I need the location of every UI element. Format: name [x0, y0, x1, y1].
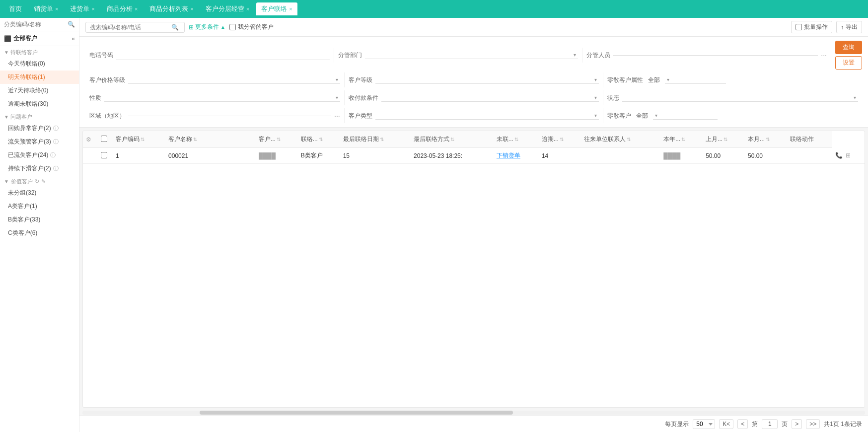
sidebar-search-area: 🔍	[0, 18, 79, 31]
nav-home[interactable]: 首页	[4, 2, 27, 15]
row-action: 📞 ⊞	[832, 148, 865, 164]
col-contact-person[interactable]: 往来单位联系人 ⇅	[581, 131, 661, 148]
sidebar-item-today[interactable]: 今天待联络(0)	[0, 57, 79, 71]
my-customers-checkbox[interactable]	[229, 24, 236, 30]
row-last-month: 50.00	[745, 148, 787, 164]
sidebar-item-repurchase-anomaly[interactable]: 回购异常客户(2) ⓘ	[0, 122, 79, 135]
nav-customer-tier[interactable]: 客户分层经营 ×	[201, 2, 254, 15]
phone-input[interactable]	[116, 51, 330, 60]
person-dots[interactable]: ···	[821, 51, 827, 59]
customer-type-select[interactable]: ▾	[375, 112, 599, 120]
dept-chevron: ▾	[574, 52, 576, 58]
per-page-select[interactable]: 50 10 20 100	[693, 419, 715, 429]
edit-icon[interactable]: ✎	[41, 178, 46, 185]
close-sales-tab[interactable]: ×	[55, 6, 58, 12]
nav-product-analysis[interactable]: 商品分析 ×	[102, 2, 143, 15]
next-page-btn[interactable]: >	[792, 419, 802, 429]
col-unlisted[interactable]: 未联... ⇅	[494, 131, 539, 148]
prev-page-btn[interactable]: <	[737, 419, 748, 429]
refresh-icon[interactable]: ↻	[35, 178, 39, 185]
row-this-month	[787, 148, 832, 164]
sidebar-item-churn-warning[interactable]: 流失预警客户(3) ⓘ	[0, 135, 79, 148]
nav-sales[interactable]: 销货单 ×	[29, 2, 63, 15]
col-code[interactable]: 客户编码 ⇅	[113, 131, 165, 148]
sidebar-item-class-c[interactable]: C类客户(6)	[0, 226, 79, 240]
pending-contact-group-label: ▼ 待联络客户	[0, 46, 79, 57]
status-select[interactable]: ▾	[622, 94, 858, 102]
sidebar-item-week[interactable]: 近7天待联络(0)	[0, 84, 79, 97]
main-search-icon[interactable]: 🔍	[171, 24, 179, 31]
query-button[interactable]: 查询	[835, 41, 862, 54]
grid-icon: ⬛	[4, 35, 11, 42]
filter-row-1: 电话号码 分管部门 ▾ 分管人员 ··· 查询 设置	[85, 41, 862, 70]
extended-filters: 电话号码 分管部门 ▾ 分管人员 ··· 查询 设置	[79, 37, 868, 128]
call-icon[interactable]: 📞	[835, 152, 843, 159]
sidebar-item-tomorrow[interactable]: 明天待联络(1)	[0, 71, 79, 84]
sidebar-item-declining[interactable]: 持续下滑客户(2) ⓘ	[0, 162, 79, 175]
settings-icon[interactable]: ⚙	[86, 136, 91, 143]
row-contact-person: ████	[660, 148, 703, 164]
close-purchase-tab[interactable]: ×	[91, 6, 94, 12]
sidebar-item-class-a[interactable]: A类客户(1)	[0, 200, 79, 213]
col-last-date[interactable]: 最后联络日期 ⇅	[340, 131, 411, 148]
col-type[interactable]: 客户... ⇅	[256, 131, 298, 148]
reset-button[interactable]: 设置	[835, 56, 862, 70]
filter-toolbar: 🔍 ⊞ 更多条件 ▲ 我分管的客户 批量操作 ↑ 导出	[79, 18, 868, 37]
nav-purchase[interactable]: 进货单 ×	[65, 2, 99, 15]
page-number-input[interactable]	[762, 419, 778, 429]
close-customer-contact-tab[interactable]: ×	[289, 6, 292, 12]
last-page-btn[interactable]: >>	[806, 419, 820, 429]
customer-grade-select[interactable]: ▾	[375, 76, 599, 84]
sidebar-item-ungrouped[interactable]: 未分组(32)	[0, 186, 79, 200]
col-contact-count[interactable]: 联络... ⇅	[298, 131, 340, 148]
problem-customer-group-label: ▼ 问题客户	[0, 111, 79, 122]
grid-icon[interactable]: ⊞	[846, 152, 851, 159]
sidebar-item-churned[interactable]: 已流失客户(24) ⓘ	[0, 148, 79, 162]
sidebar-search-input[interactable]	[4, 21, 66, 28]
close-product-analysis-tab[interactable]: ×	[135, 6, 138, 12]
sidebar-search-icon[interactable]: 🔍	[68, 21, 75, 28]
col-this-month[interactable]: 本月... ⇅	[745, 131, 787, 148]
retail-customer-select[interactable]: ▾	[653, 112, 717, 120]
close-customer-tier-tab[interactable]: ×	[246, 6, 249, 12]
filter-cell-customer-type: 客户类型 ▾	[345, 108, 604, 123]
filter-icon: ⊞	[189, 24, 194, 31]
status-label: 状态	[607, 94, 619, 102]
col-this-year[interactable]: 本年... ⇅	[660, 131, 703, 148]
nav-customer-contact[interactable]: 客户联络 ×	[256, 2, 297, 15]
phone-label: 电话号码	[89, 51, 113, 60]
last-method-link[interactable]: 下销货单	[497, 152, 520, 159]
sort-icon-this-month: ⇅	[766, 137, 770, 142]
sidebar-item-overdue[interactable]: 逾期未联络(30)	[0, 97, 79, 111]
nature-select[interactable]: ▾	[104, 94, 340, 102]
region-dots[interactable]: ···	[334, 112, 340, 120]
filter-actions: 查询 设置	[831, 41, 862, 70]
main-search-input[interactable]	[90, 24, 169, 31]
col-name[interactable]: 客户名称 ⇅	[165, 131, 256, 148]
col-overdue[interactable]: 逾期... ⇅	[539, 131, 581, 148]
retail-attr-label: 零散客户属性	[607, 76, 643, 84]
row-select-checkbox[interactable]	[101, 152, 107, 158]
close-product-analysis-list-tab[interactable]: ×	[190, 6, 193, 12]
collapse-icon[interactable]: «	[72, 35, 75, 42]
select-all-checkbox[interactable]	[101, 136, 107, 142]
dept-select[interactable]: ▾	[365, 51, 579, 59]
first-page-btn[interactable]: K<	[719, 419, 733, 429]
bulk-action-btn[interactable]: 批量操作	[791, 21, 832, 33]
more-conditions-btn[interactable]: ⊞ 更多条件 ▲	[189, 23, 225, 31]
sidebar-item-class-b[interactable]: B类客户(33)	[0, 213, 79, 226]
price-grade-select[interactable]: ▾	[128, 76, 340, 84]
export-icon: ↑	[841, 24, 844, 31]
payment-select[interactable]: ▾	[381, 94, 599, 102]
horizontal-scrollbar[interactable]	[82, 411, 865, 415]
filter-cell-payment: 收付款条件 ▾	[345, 90, 604, 105]
col-last-month[interactable]: 上月... ⇅	[703, 131, 745, 148]
filter-cell-region: 区域（地区） ···	[85, 108, 345, 123]
retail-attr-select[interactable]: ▾	[665, 76, 725, 84]
export-btn[interactable]: ↑ 导出	[836, 21, 862, 33]
row-code: 000021	[165, 148, 256, 164]
my-customers-checkbox-label[interactable]: 我分管的客户	[229, 23, 274, 31]
col-last-method[interactable]: 最后联络方式 ⇅	[411, 131, 494, 148]
nature-chevron: ▾	[336, 95, 338, 100]
nav-product-analysis-list[interactable]: 商品分析列表 ×	[145, 2, 198, 15]
